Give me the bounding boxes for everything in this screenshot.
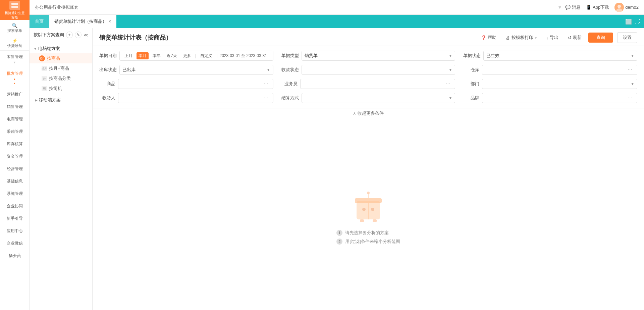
sidebar-item-operations[interactable]: 经营管理 [0, 163, 29, 175]
username: demo2 [625, 5, 639, 10]
sidebar-item-finance[interactable]: 资金管理 [0, 150, 29, 163]
product-dots[interactable]: ··· [262, 81, 270, 87]
retail-label: 零售管理 [7, 54, 23, 60]
export-btn[interactable]: ↓ 导出 [544, 33, 561, 42]
doc-status-arrow: ▼ [631, 54, 634, 58]
by-category-label: 按商品分类 [49, 75, 71, 82]
refresh-icon: ↺ [568, 35, 572, 40]
messages-btn[interactable]: 💬 消息 [565, 4, 581, 10]
warehouse-select[interactable]: ··· [482, 65, 637, 75]
date-custom[interactable]: 自定义 [198, 52, 214, 59]
sidebar-item-purchase[interactable]: 采购管理 [0, 125, 29, 138]
doc-status-select[interactable]: 已生效 ▼ [483, 51, 637, 61]
empty-illustration [348, 184, 388, 224]
tab-close-icon[interactable]: × [109, 19, 111, 24]
by-month-product-label: 按月+商品 [49, 65, 69, 71]
doc-type-select[interactable]: 销货单 ▼ [302, 51, 455, 61]
settlement-field: 结算方式 ▼ [281, 93, 455, 103]
date-7days[interactable]: 近7天 [165, 52, 179, 59]
receiver-dots[interactable]: ··· [262, 95, 270, 101]
workspace-title: 办公用品行业模拟账套 [35, 4, 554, 10]
brand-dots[interactable]: ··· [626, 95, 634, 101]
date-picker[interactable]: 上月 本月 本年 近7天 更多 | 自定义 | 2023-03-01 至 202… [119, 51, 273, 61]
quick-nav[interactable]: ⚡ 快捷导航 [0, 36, 29, 51]
collapse-left-btn[interactable]: ≪ [84, 33, 88, 38]
tree-item-by-product[interactable]: 按 按商品 [30, 53, 92, 63]
member-label: 畅会员 [9, 253, 21, 259]
add-scheme-btn[interactable]: + [66, 32, 73, 38]
svg-point-3 [618, 5, 621, 8]
staff-select[interactable]: ··· [300, 79, 455, 89]
date-this-month[interactable]: 本月 [137, 52, 149, 59]
appcenter-label: 应用中心 [7, 228, 23, 234]
edit-scheme-btn[interactable]: ✎ [75, 32, 82, 38]
sidebar-item-member[interactable]: 畅会员 [0, 250, 29, 262]
by-product-icon: 按 [39, 55, 45, 61]
tree-group-mobile: ▶ 移动端方案 [30, 95, 92, 105]
filter-left-panel: 按以下方案查询 + ✎ ≪ ▼ 电脑端方案 按 按商品 [30, 28, 93, 310]
sidebar-item-basic[interactable]: 基础信息 [0, 175, 29, 188]
sidebar-item-stock[interactable]: 库存核算 [0, 138, 29, 150]
tab-expand-icon[interactable]: ⛶ [635, 18, 640, 24]
date-this-year[interactable]: 本年 [151, 52, 163, 59]
receiver-label: 收货人 [99, 95, 118, 101]
pc-group-label: 电脑端方案 [38, 46, 60, 52]
workspace-dropdown-icon[interactable]: ▾ [558, 4, 561, 10]
tree-item-by-category[interactable]: 分 按商品分类 [30, 73, 92, 84]
sidebar-item-ecommerce[interactable]: 电商管理 [0, 113, 29, 125]
query-button[interactable]: 查询 [588, 33, 613, 43]
warehouse-dots[interactable]: ··· [626, 67, 634, 73]
sidebar-item-system[interactable]: 系统管理 [0, 188, 29, 200]
tree-group-mobile-header[interactable]: ▶ 移动端方案 [30, 95, 92, 105]
settings-button[interactable]: 设置 [617, 32, 637, 43]
print-icon: 🖨 [506, 35, 510, 40]
user-menu-btn[interactable]: demo2 [614, 3, 639, 12]
out-status-field: 出库状态 已出库 ▼ [99, 65, 273, 75]
tabbar-controls: ⬜ ⛶ [621, 15, 644, 28]
dept-label: 部门 [463, 81, 482, 87]
help-btn[interactable]: ❓ 帮助 [478, 33, 499, 42]
product-select[interactable]: ··· [118, 79, 273, 89]
sidebar-item-retail[interactable]: 零售管理 ▼ [0, 51, 29, 67]
dept-select[interactable]: ▼ [482, 79, 637, 89]
filter-main-panel: 销货单统计计表（按商品） ❓ 帮助 🖨 按模板打印 ▾ ↓ 导出 [93, 28, 644, 310]
product-label: 商品 [99, 81, 118, 87]
staff-dots[interactable]: ··· [444, 81, 452, 87]
doc-status-field: 单据状态 已生效 ▼ [463, 51, 637, 61]
topbar: 办公用品行业模拟账套 ▾ 💬 消息 📱 App下载 demo2 [30, 0, 644, 15]
sidebar-item-newbie[interactable]: 新手引导 [0, 212, 29, 225]
by-category-icon: 分 [42, 76, 47, 81]
app-subname: 标版 [11, 15, 18, 20]
app-download-btn[interactable]: 📱 App下载 [586, 4, 609, 10]
sidebar-item-wholesale[interactable]: 批发管理 ▲ [0, 67, 29, 88]
tree-item-by-month-product[interactable]: 按月 按月+商品 [30, 63, 92, 73]
topbar-actions: 💬 消息 📱 App下载 demo2 [565, 3, 639, 12]
date-last-month[interactable]: 上月 [122, 52, 135, 59]
search-menu[interactable]: 🔍 搜索菜单 [0, 20, 29, 36]
print-btn[interactable]: 🖨 按模板打印 ▾ [503, 33, 540, 42]
sidebar-item-enterprise[interactable]: 企业协同 [0, 200, 29, 212]
home-tab-label: 首页 [35, 18, 44, 24]
tab-sales-stats[interactable]: 销货单统计计划（按商品） × [49, 15, 116, 28]
search-label: 搜索菜单 [7, 29, 22, 33]
brand-select[interactable]: ··· [482, 93, 637, 103]
out-status-select[interactable]: 已出库 ▼ [119, 65, 273, 75]
operations-label: 经营管理 [7, 166, 23, 172]
sidebar-item-wechat[interactable]: 企业微信 [0, 237, 29, 250]
filter-row-4: 收货人 ··· 结算方式 ▼ [99, 93, 637, 103]
date-more[interactable]: 更多 [181, 52, 193, 59]
sidebar-item-marketing[interactable]: 营销推广 [0, 88, 29, 101]
sidebar-item-appcenter[interactable]: 应用中心 [0, 225, 29, 237]
receiver-select[interactable]: ··· [118, 93, 273, 103]
tab-home[interactable]: 首页 [30, 15, 49, 28]
refresh-label: 刷新 [573, 35, 582, 41]
tree-group-pc-header[interactable]: ▼ 电脑端方案 [30, 44, 92, 53]
settlement-select[interactable]: ▼ [302, 93, 455, 103]
tab-minimize-icon[interactable]: ⬜ [625, 18, 632, 25]
refresh-btn[interactable]: ↺ 刷新 [565, 33, 584, 42]
tree-item-by-cashier[interactable]: 司 按司机 [30, 84, 92, 94]
receipt-status-select[interactable]: ▼ [302, 65, 455, 75]
collapse-more-btn[interactable]: ∧ 收起更多条件 [93, 108, 644, 118]
sidebar-item-sales[interactable]: 销售管理 [0, 101, 29, 113]
warehouse-field: 仓库 ··· [463, 65, 637, 75]
